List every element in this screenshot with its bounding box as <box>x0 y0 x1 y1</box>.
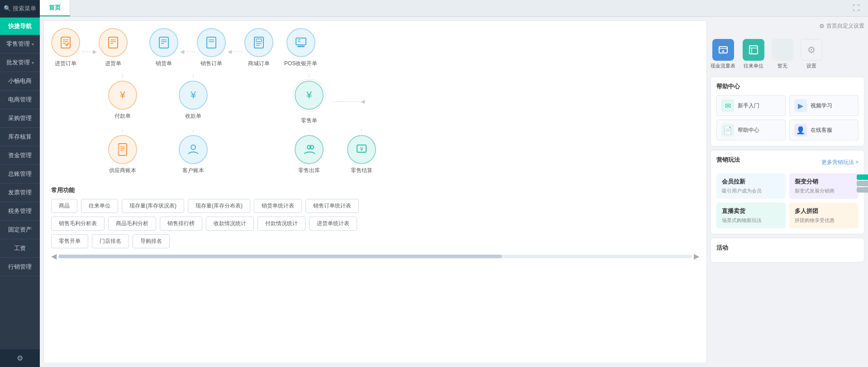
marketing-item-title: 会员拉新 <box>722 178 780 186</box>
func-btn-product[interactable]: 商品 <box>51 199 77 213</box>
func-btn-stock-status[interactable]: 现存量(库存状况表) <box>122 199 184 213</box>
sidebar-item-retail[interactable]: 零售管理 ▾ <box>0 35 40 53</box>
float-btn-hotline[interactable]: 客服热线 <box>857 174 868 180</box>
func-btn-product-margin[interactable]: 商品毛利分析 <box>108 217 156 231</box>
sidebar-item-label: 工资 <box>14 244 26 252</box>
flow-node-purchase-order[interactable]: 进货订单 <box>51 28 80 68</box>
marketing-item-title: 多人拼团 <box>795 207 853 215</box>
node-label: 供应商账本 <box>109 167 136 174</box>
marketing-grid: 会员拉新 吸引用户成为会员 裂变分销 裂变式发展分销商 直播卖货 场景式购物新玩… <box>716 173 858 228</box>
sidebar-item-marketing[interactable]: 行销管理 <box>0 258 40 276</box>
func-btn-purchase-summary[interactable]: 进货单统计表 <box>309 217 357 231</box>
scroll-track[interactable] <box>58 255 692 258</box>
float-btn-desktop[interactable]: 桌面快捷 <box>857 187 868 193</box>
quick-icons-row: 现金流量表 往来单位 暂无 ⚙ 设置 <box>711 35 864 73</box>
sidebar-item-invoice[interactable]: 发票管理 <box>0 184 40 202</box>
flow-node-customer-ledger[interactable]: 客户账本 <box>171 135 216 174</box>
help-item-help-center[interactable]: 📄 帮助中心 <box>716 120 786 140</box>
flow-node-purchase[interactable]: 进货单 <box>99 28 128 68</box>
func-btn-sales-ranking[interactable]: 销售排行榜 <box>160 217 202 231</box>
tab-home[interactable]: 首页 <box>40 0 70 16</box>
activities-title: 活动 <box>716 244 858 252</box>
sidebar-item-assets[interactable]: 固定资产 <box>0 221 40 239</box>
flow-node-retail[interactable]: ¥ <box>295 81 324 110</box>
func-btn-sales-order-summary[interactable]: 销售订单统计表 <box>305 199 359 213</box>
sidebar-item-ecom-small[interactable]: 小畅电商 <box>0 72 40 91</box>
flow-node-pos[interactable]: POS收银开单 <box>284 28 317 68</box>
func-btn-retail-order[interactable]: 零售开单 <box>51 234 88 248</box>
sidebar-item-label: 发票管理 <box>8 188 32 197</box>
node-label: 进货订单 <box>55 60 76 68</box>
supplier-ledger-icon <box>108 135 137 164</box>
float-btn-community[interactable]: 服务社区 <box>857 181 868 186</box>
sidebar-settings-button[interactable]: ⚙ <box>0 349 40 367</box>
retail-out-icon <box>295 135 324 164</box>
help-grid: ✉ 新手入门 ▶ 视频学习 📄 帮助中心 👤 在线客服 <box>716 95 858 140</box>
flow-node-supplier-ledger[interactable]: 供应商账本 <box>100 135 145 174</box>
flow-node-sales[interactable]: 销货单 <box>149 28 178 68</box>
quick-nav-settings-label[interactable]: 首页自定义设置 <box>826 22 864 30</box>
marketing-header: 营销玩法 更多营销玩法 > <box>716 156 858 169</box>
sidebar: 🔍 搜索菜单 快捷导航 零售管理 ▾ 批发管理 ▾ 小畅电商 电商管理 采购管理… <box>0 0 40 367</box>
quick-nav-settings-bar: ⚙ 首页自定义设置 <box>711 20 864 32</box>
svg-rect-0 <box>61 37 70 48</box>
sales-order-icon <box>197 28 226 57</box>
help-item-video[interactable]: ▶ 视频学习 <box>789 95 858 116</box>
func-btn-payment-stats[interactable]: 付款情况统计 <box>258 217 305 231</box>
sidebar-item-ledger[interactable]: 总账管理 <box>0 165 40 184</box>
page-body: 进货订单 ▶ 进货单 <box>40 17 868 367</box>
sidebar-item-inventory[interactable]: 库存核算 <box>0 128 40 146</box>
sidebar-item-tax[interactable]: 税务管理 <box>0 202 40 221</box>
sidebar-item-finance[interactable]: 资金管理 <box>0 146 40 165</box>
func-row-3: 零售开单 门店排名 导购排名 <box>51 234 699 248</box>
quick-icon-contacts[interactable]: 往来单位 <box>743 39 764 69</box>
marketing-item-group[interactable]: 多人拼团 拼团购物享受优惠 <box>789 203 858 228</box>
sidebar-search[interactable]: 🔍 搜索菜单 <box>0 0 40 18</box>
quick-icon-cashflow[interactable]: 现金流量表 <box>711 39 735 69</box>
scroll-left-arrow[interactable]: ◀ <box>51 252 57 261</box>
flow-node-payment[interactable]: ¥ <box>108 81 137 110</box>
sidebar-item-wholesale[interactable]: 批发管理 ▾ <box>0 53 40 72</box>
sidebar-item-purchase[interactable]: 采购管理 <box>0 109 40 128</box>
func-btn-stock-dist[interactable]: 现存量(库存分布表) <box>188 199 250 213</box>
func-btn-receipt-stats[interactable]: 收款情况统计 <box>206 217 254 231</box>
node-label: 零售出库 <box>298 167 320 174</box>
sidebar-item-ecom-mgmt[interactable]: 电商管理 <box>0 91 40 109</box>
marketing-item-fission[interactable]: 裂变分销 裂变式发展分销商 <box>789 173 858 199</box>
more-marketing-link[interactable]: 更多营销玩法 > <box>821 159 858 166</box>
func-row-1: 商品 往来单位 现存量(库存状况表) 现存量(库存分布表) 销货单统计表 销售订… <box>51 199 699 213</box>
func-btn-sales-summary[interactable]: 销货单统计表 <box>254 199 302 213</box>
marketing-item-live[interactable]: 直播卖货 场景式购物新玩法 <box>716 203 786 228</box>
marketing-item-desc: 场景式购物新玩法 <box>722 217 780 224</box>
scroll-right-arrow[interactable]: ▶ <box>694 252 699 261</box>
cashflow-icon <box>712 39 734 61</box>
func-btn-contacts[interactable]: 往来单位 <box>81 199 118 213</box>
help-item-beginner[interactable]: ✉ 新手入门 <box>716 95 786 116</box>
sidebar-item-salary[interactable]: 工资 <box>0 239 40 258</box>
flow-node-mall-order[interactable]: 商城订单 <box>244 28 273 68</box>
node-label: 进货单 <box>105 60 121 68</box>
svg-rect-16 <box>256 39 262 42</box>
flow-node-sales-order[interactable]: 销售订单 <box>197 28 226 68</box>
marketing-item-title: 裂变分销 <box>795 178 853 186</box>
func-btn-store-ranking[interactable]: 门店排名 <box>92 234 129 248</box>
func-btn-guide-ranking[interactable]: 导购排名 <box>133 234 170 248</box>
flow-node-retail-settle[interactable]: ¥ 零售结算 <box>339 135 384 174</box>
scroll-thumb <box>58 255 502 258</box>
marketing-item-member[interactable]: 会员拉新 吸引用户成为会员 <box>716 173 786 199</box>
sidebar-item-label: 库存核算 <box>8 133 32 141</box>
gear-icon: ⚙ <box>819 23 825 29</box>
flow-node-receipt[interactable]: ¥ <box>179 81 208 110</box>
help-center-title: 帮助中心 <box>716 82 858 91</box>
help-item-online-service[interactable]: 👤 在线客服 <box>789 120 858 140</box>
tab-right-area: ⛶ <box>849 0 868 16</box>
flow-node-retail-out[interactable]: 零售出库 <box>286 135 332 174</box>
svg-rect-22 <box>297 46 305 47</box>
common-functions-title: 常用功能 <box>51 186 699 194</box>
func-btn-gross-profit[interactable]: 销售毛利分析表 <box>51 217 105 231</box>
svg-text:¥: ¥ <box>360 146 363 152</box>
fullscreen-icon[interactable]: ⛶ <box>849 2 863 14</box>
quick-icon-settings[interactable]: ⚙ 设置 <box>801 39 822 69</box>
marketing-card: 营销玩法 更多营销玩法 > 会员拉新 吸引用户成为会员 裂变分销 裂变式发展分销… <box>711 150 864 234</box>
svg-rect-24 <box>118 145 119 154</box>
